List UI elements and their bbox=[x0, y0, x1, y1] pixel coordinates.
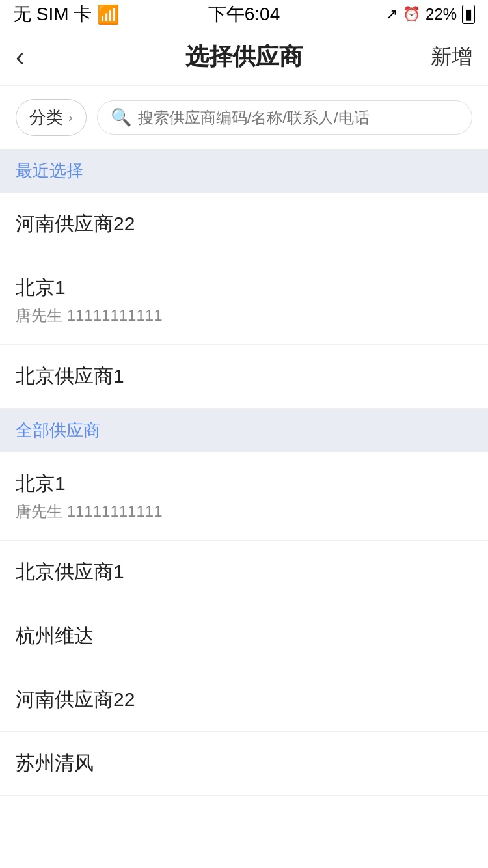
status-time: 下午6:04 bbox=[208, 2, 280, 27]
no-sim-label: 无 SIM 卡 bbox=[13, 2, 92, 27]
add-button[interactable]: 新增 bbox=[420, 43, 472, 72]
list-item[interactable]: 北京1 唐先生 11111111111 bbox=[0, 452, 488, 541]
battery-icon: ▮ bbox=[462, 5, 475, 24]
all-section-label: 全部供应商 bbox=[16, 420, 100, 440]
alarm-icon: ⏰ bbox=[403, 6, 420, 23]
item-name: 河南供应商22 bbox=[16, 686, 472, 713]
item-name: 杭州维达 bbox=[16, 623, 472, 649]
list-item[interactable]: 杭州维达 bbox=[0, 604, 488, 668]
status-bar: 无 SIM 卡 📶 下午6:04 ↗ ⏰ 22% ▮ bbox=[0, 0, 488, 29]
item-name: 北京供应商1 bbox=[16, 559, 472, 586]
item-name: 苏州清风 bbox=[16, 750, 472, 777]
status-left: 无 SIM 卡 📶 bbox=[13, 2, 120, 27]
nav-bar: ‹ 选择供应商 新增 bbox=[0, 29, 488, 86]
battery-percent: 22% bbox=[426, 5, 457, 23]
recent-section-header: 最近选择 bbox=[0, 149, 488, 193]
item-sub: 唐先生 11111111111 bbox=[16, 305, 472, 326]
all-section-header: 全部供应商 bbox=[0, 409, 488, 452]
all-suppliers-list: 北京1 唐先生 11111111111 北京供应商1 杭州维达 河南供应商22 … bbox=[0, 452, 488, 796]
list-item[interactable]: 北京1 唐先生 11111111111 bbox=[0, 256, 488, 345]
category-label: 分类 bbox=[29, 106, 63, 129]
item-sub: 唐先生 11111111111 bbox=[16, 501, 472, 522]
category-filter-button[interactable]: 分类 › bbox=[16, 99, 87, 136]
recent-list: 河南供应商22 北京1 唐先生 11111111111 北京供应商1 bbox=[0, 193, 488, 409]
item-name: 北京供应商1 bbox=[16, 363, 472, 390]
chevron-right-icon: › bbox=[68, 110, 73, 125]
item-name: 北京1 bbox=[16, 275, 472, 301]
wifi-icon: 📶 bbox=[97, 4, 120, 25]
search-input[interactable] bbox=[138, 109, 459, 127]
list-item[interactable]: 河南供应商22 bbox=[0, 668, 488, 732]
filter-bar: 分类 › 🔍 bbox=[0, 86, 488, 149]
list-item[interactable]: 苏州清风 bbox=[0, 732, 488, 796]
status-right: ↗ ⏰ 22% ▮ bbox=[386, 5, 475, 24]
page-title: 选择供应商 bbox=[185, 41, 303, 73]
list-item[interactable]: 北京供应商1 bbox=[0, 541, 488, 604]
item-name: 北京1 bbox=[16, 470, 472, 497]
location-icon: ↗ bbox=[386, 6, 398, 23]
search-icon: 🔍 bbox=[111, 107, 131, 128]
list-item[interactable]: 北京供应商1 bbox=[0, 345, 488, 409]
item-name: 河南供应商22 bbox=[16, 211, 472, 237]
back-button[interactable]: ‹ bbox=[16, 42, 68, 72]
search-box: 🔍 bbox=[97, 100, 472, 135]
recent-section-label: 最近选择 bbox=[16, 161, 83, 180]
list-item[interactable]: 河南供应商22 bbox=[0, 193, 488, 256]
